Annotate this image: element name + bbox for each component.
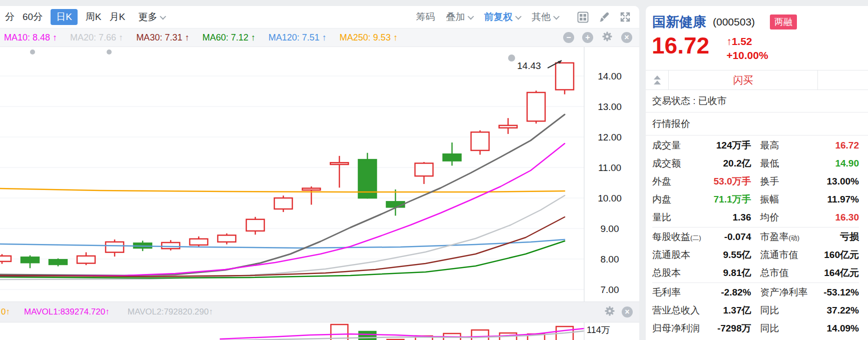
expand-quotes-button[interactable]	[646, 70, 669, 90]
quote-value: 20.2亿	[681, 157, 751, 170]
tab-monthly-k[interactable]: 月K	[110, 10, 126, 24]
other-menu[interactable]: 其他	[532, 10, 559, 24]
quote-label: 流通市值	[760, 248, 798, 262]
quote-cell: 同比37.22%	[760, 304, 859, 317]
quote-label: 换手	[760, 175, 779, 188]
event-marker-dot	[30, 50, 35, 54]
tab-daily-k[interactable]: 日K	[51, 9, 78, 25]
quote-value: 71.1万手	[671, 193, 751, 206]
candle-body	[274, 198, 292, 209]
quote-label: 总股本	[652, 266, 681, 280]
close-volume-icon[interactable]: ×	[622, 306, 633, 318]
quick-action-row: 闪买	[646, 70, 868, 90]
price-chart[interactable]: 14.0013.0012.0011.0010.009.008.007.0014.…	[0, 47, 639, 302]
quote-cell: 最高16.72	[760, 139, 859, 152]
quote-label: 资产净利率	[760, 286, 808, 299]
candle-body	[302, 188, 320, 190]
chevron-down-icon	[160, 13, 166, 20]
section-divider	[652, 282, 859, 283]
quote-value: 9.55亿	[690, 248, 751, 262]
flash-buy-button[interactable]: 闪买	[669, 70, 818, 90]
quote-cell: 外盘53.0万手	[652, 175, 751, 188]
tab-weekly-k[interactable]: 周K	[86, 10, 102, 24]
chips-button[interactable]: 筹码	[416, 10, 435, 24]
tab-minute-cut[interactable]: 分	[5, 10, 15, 24]
event-marker-dot	[508, 54, 515, 62]
candle-body	[190, 239, 208, 245]
candle-body	[471, 132, 489, 150]
fullscreen-expand-icon[interactable]	[619, 10, 632, 24]
quote-row: 流通股本9.55亿流通市值160亿元	[652, 246, 859, 264]
quote-value: 14.09%	[779, 323, 859, 334]
quote-label: 市盈率(动)	[760, 230, 800, 244]
quote-row: 内盘71.1万手振幅11.97%	[652, 190, 859, 208]
mavol2-readout: MAVOL2:792820.290↑	[128, 307, 213, 317]
quote-row: 成交量124万手最高16.72	[652, 136, 859, 154]
layout-grid-icon[interactable]	[577, 11, 589, 24]
action-row-extra[interactable]	[818, 70, 868, 90]
draw-brush-icon[interactable]	[598, 11, 610, 24]
stock-code: (000503)	[713, 16, 755, 28]
quote-value: 164亿元	[789, 266, 859, 280]
up-arrow-icon	[654, 80, 661, 84]
volume-controls: ×	[604, 305, 633, 320]
stock-name[interactable]: 国新健康	[652, 13, 706, 31]
chart-toolbar: 分 60分 日K 周K 月K 更多 筹码 叠加 前复权 其他	[0, 6, 639, 28]
volume-chart[interactable]: 114万	[0, 322, 639, 340]
quote-value: 9.81亿	[681, 266, 751, 280]
candle-body	[556, 63, 574, 90]
ma30-readout: MA30: 7.31 ↑	[136, 32, 189, 43]
price-axis-label: 13.00	[598, 102, 622, 112]
quote-label: 成交额	[652, 157, 681, 170]
close-indicator-icon[interactable]: ×	[621, 32, 632, 43]
ma10-readout: MA10: 8.48 ↑	[4, 32, 57, 43]
quote-cell: 总市值164亿元	[760, 266, 859, 280]
price-axis-label: 10.00	[598, 193, 622, 204]
other-label: 其他	[532, 10, 551, 24]
zoom-out-icon[interactable]: −	[563, 32, 574, 43]
quote-value: 16.72	[779, 140, 859, 151]
quote-cell: 量比1.36	[652, 211, 751, 224]
quote-cell: 流通市值160亿元	[760, 248, 859, 262]
candle-body	[527, 92, 545, 121]
price-axis-label: 14.00	[598, 71, 622, 82]
quote-cell: 资产净利率-53.12%	[760, 286, 859, 299]
quote-value: -7298万	[700, 322, 751, 335]
quote-label: 归母净利润	[652, 322, 700, 335]
price-block: 16.72 ↑1.52 +10.00%	[652, 33, 868, 70]
quote-label: 外盘	[652, 175, 671, 188]
quote-row: 成交额20.2亿最低14.90	[652, 154, 859, 172]
settings-gear-icon[interactable]	[601, 30, 613, 45]
tab-60min[interactable]: 60分	[23, 10, 43, 24]
quote-cell: 归母净利润-7298万	[652, 322, 751, 335]
quote-cell: 成交额20.2亿	[652, 157, 751, 170]
candle-body	[218, 235, 236, 242]
mavol-cut-readout: 0↑	[1, 307, 10, 317]
quote-cell: 市盈率(动)亏损	[760, 230, 859, 244]
ma-line-ma30	[0, 217, 565, 276]
quote-label: 同比	[760, 322, 779, 335]
mavol1-readout: MAVOL1:839274.720↑	[24, 307, 110, 317]
quote-cell: 最低14.90	[760, 157, 859, 170]
candle-body	[77, 256, 95, 264]
more-menu[interactable]: 更多	[138, 10, 165, 24]
quote-cell: 内盘71.1万手	[652, 193, 751, 206]
quote-value: 亏损	[799, 230, 859, 244]
volume-chart-area: 114万	[0, 322, 639, 340]
quote-row: 毛利率-2.82%资产净利率-53.12%	[652, 284, 859, 302]
quote-row: 归母净利润-7298万同比14.09%	[652, 320, 859, 338]
quote-label: 总市值	[760, 266, 789, 280]
settings-gear-icon[interactable]	[604, 305, 616, 320]
quote-cell: 毛利率-2.82%	[652, 286, 751, 299]
adjust-mode-menu[interactable]: 前复权	[484, 10, 521, 24]
quote-label-suffix: (二)	[690, 234, 701, 242]
mavol-legend-row: 0↑ MAVOL1:839274.720↑ MAVOL2:792820.290↑…	[0, 302, 639, 322]
stock-info-panel: 国新健康 (000503) 两融 16.72 ↑1.52 +10.00% 闪买 …	[646, 6, 868, 340]
price-axis-label: 8.00	[601, 254, 619, 264]
quote-label: 量比	[652, 211, 671, 224]
period-tabs: 分 60分 日K 周K 月K 更多	[5, 9, 165, 25]
zoom-in-icon[interactable]: +	[582, 32, 593, 43]
overlay-menu[interactable]: 叠加	[446, 10, 473, 24]
quote-cell: 总股本9.81亿	[652, 266, 751, 280]
price-axis-label: 9.00	[601, 224, 619, 234]
